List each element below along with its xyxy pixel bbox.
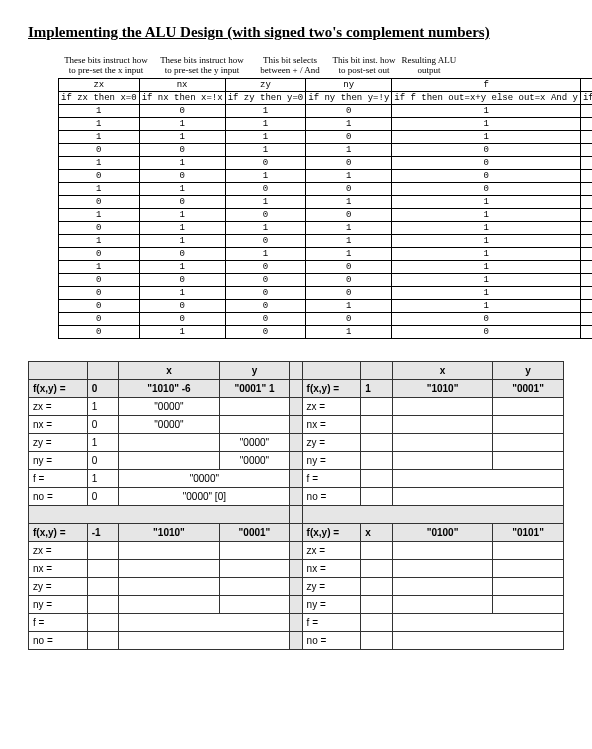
truth-cell: 1 xyxy=(139,221,225,234)
truth-cell: 0 xyxy=(392,312,581,325)
truth-cell: 1 xyxy=(306,169,392,182)
truth-cell: 0 xyxy=(306,130,392,143)
worksheet-block-1: x y x y f(x,y) = 0 "1010" -6 "0001" 1 f(… xyxy=(28,361,564,650)
lab-f2: f = xyxy=(29,613,88,631)
truth-cell: 0 xyxy=(580,156,592,169)
truth-cell: 0 xyxy=(392,143,581,156)
truth-cell: 0 xyxy=(139,143,225,156)
lab-zx2: zx = xyxy=(29,541,88,559)
truth-cell: 1 xyxy=(139,117,225,130)
truth-cell: 1 xyxy=(59,260,140,273)
lab-ny-r: ny = xyxy=(302,451,361,469)
truth-cell: 0 xyxy=(580,143,592,156)
lab-zy: zy = xyxy=(29,433,88,451)
zx-y-r xyxy=(493,397,564,415)
f-res: "0000" xyxy=(119,469,290,487)
truth-row: 1111111 xyxy=(59,117,593,130)
lab-fxy2: f(x,y) = xyxy=(29,523,88,541)
truth-cell: 0 xyxy=(225,312,306,325)
zx-x-r xyxy=(392,397,492,415)
ny-x-r xyxy=(392,451,492,469)
truth-row: 110010y-1 xyxy=(59,260,593,273)
lab-fxy2-r: f(x,y) = xyxy=(302,523,361,541)
lab-nx2-r: nx = xyxy=(302,559,361,577)
truth-cell: 1 xyxy=(306,299,392,312)
truth-cell: 0 xyxy=(225,182,306,195)
truth-cell: 0 xyxy=(59,273,140,286)
truth-cell: 0 xyxy=(59,299,140,312)
truth-cell: 0 xyxy=(392,156,581,169)
truth-cell: 0 xyxy=(59,169,140,182)
lab-zy2-r: zy = xyxy=(302,577,361,595)
truth-header-row: zx nx zy ny f no out= xyxy=(59,78,593,91)
truth-cell: 1 xyxy=(59,117,140,130)
truth-row: 010101x|y xyxy=(59,325,593,338)
truth-cell: 1 xyxy=(392,221,581,234)
truth-cell: 0 xyxy=(580,312,592,325)
truth-cell: 1 xyxy=(139,325,225,338)
truth-cell: 1 xyxy=(225,247,306,260)
lab-f-r: f = xyxy=(302,469,361,487)
nx-x: "0000" xyxy=(119,415,219,433)
fxy-val2: -1 xyxy=(87,523,119,541)
truth-cell: 1 xyxy=(59,130,140,143)
truth-cell: 1 xyxy=(139,182,225,195)
lab-f2-r: f = xyxy=(302,613,361,631)
desc-y: These bits instruct how to pre-set the y… xyxy=(154,55,250,78)
truth-cell: 0 xyxy=(59,312,140,325)
truth-cell: 0 xyxy=(306,286,392,299)
zy-bit-r xyxy=(361,433,393,451)
truth-row: 110111y+1 xyxy=(59,234,593,247)
hdr-y-left: y xyxy=(219,361,290,379)
truth-cell: 1 xyxy=(59,182,140,195)
truth-cell: 1 xyxy=(392,286,581,299)
truth-cell: 1 xyxy=(580,169,592,182)
f-bit-r xyxy=(361,469,393,487)
fxy-val2-r: x xyxy=(361,523,393,541)
truth-cell: 1 xyxy=(580,117,592,130)
truth-cell: 1 xyxy=(306,143,392,156)
truth-cell: 1 xyxy=(139,156,225,169)
f-bit: 1 xyxy=(87,469,119,487)
lab-zx-r: zx = xyxy=(302,397,361,415)
truth-row: 001111-x xyxy=(59,195,593,208)
truth-cell: 1 xyxy=(306,221,392,234)
truth-cell: 1 xyxy=(225,143,306,156)
truth-row: 1010100 xyxy=(59,104,593,117)
truth-cell: 0 xyxy=(225,208,306,221)
truth-cell: 0 xyxy=(59,221,140,234)
truth-row: 001110x-1 xyxy=(59,247,593,260)
truth-cell: 0 xyxy=(139,195,225,208)
truth-row: 001101!x xyxy=(59,169,593,182)
truth-cell: 1 xyxy=(392,117,581,130)
truth-cell: 0 xyxy=(580,104,592,117)
fxy-val-r: 1 xyxy=(361,379,393,397)
truth-cell: 1 xyxy=(392,273,581,286)
zy-x xyxy=(119,433,219,451)
work-header-row: x y x y xyxy=(29,361,564,379)
desc-out: Resulting ALU output xyxy=(398,55,460,78)
truth-cell: 1 xyxy=(306,325,392,338)
truth-cell: 1 xyxy=(225,195,306,208)
truth-cell: 0 xyxy=(139,169,225,182)
truth-cell: 1 xyxy=(139,208,225,221)
x-bin-r: "1010" xyxy=(392,379,492,397)
zy-x-r xyxy=(392,433,492,451)
y-bin-r: "0001" xyxy=(493,379,564,397)
truth-row: 000111y-x xyxy=(59,299,593,312)
sub-ny: if ny then y=!y xyxy=(306,91,392,104)
lab-no2: no = xyxy=(29,631,88,649)
nx-y xyxy=(219,415,290,433)
truth-cell: 1 xyxy=(392,195,581,208)
y-bin2: "0001" xyxy=(219,523,290,541)
truth-cell: 0 xyxy=(580,247,592,260)
truth-row: 111010-1 xyxy=(59,130,593,143)
sub-zx: if zx then x=0 xyxy=(59,91,140,104)
truth-cell: 1 xyxy=(392,260,581,273)
hdr-ny: ny xyxy=(306,78,392,91)
hdr-f: f xyxy=(392,78,581,91)
truth-cell: 1 xyxy=(59,156,140,169)
truth-cell: 1 xyxy=(580,208,592,221)
truth-cell: 1 xyxy=(580,299,592,312)
nx-bit: 0 xyxy=(87,415,119,433)
